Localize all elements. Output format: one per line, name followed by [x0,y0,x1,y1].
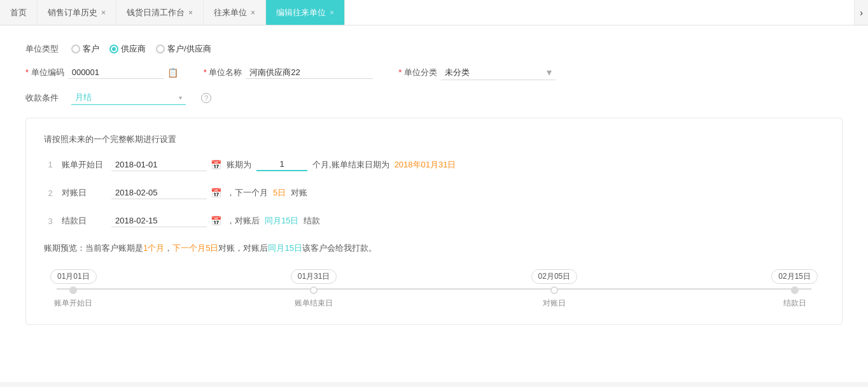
row-2-end-text: 对账 [291,187,307,199]
timeline-dot-wrapper-3: 02月15日 [771,269,818,294]
section-title: 请按照未来的一个完整帐期进行设置 [44,134,824,145]
radio-group-unit-type: 客户 供应商 客户/供应商 [71,43,211,55]
tab-home-label: 首页 [10,7,27,18]
tab-nav-arrow[interactable]: › [854,0,868,25]
row-3-calendar-icon[interactable]: 📅 [211,216,221,226]
row-2-label: 对账日 [62,187,106,199]
row-1-period-input[interactable] [256,158,307,171]
row-1-mid-text: 账期为 [227,159,251,171]
row-3-number: 3 [44,216,57,226]
unit-code-field: 单位编码 📋 [25,66,178,79]
setting-row-3: 3 结款日 📅 ，对账后 同月15日 结款 [44,215,824,227]
row-2-date-field: 📅 [111,186,221,199]
timeline-dot-0 [69,286,77,294]
unit-category-chevron: ▾ [547,66,552,78]
radio-customer-label: 客户 [83,43,99,55]
timeline-point-1: 01月31日 账单结束日 [291,269,337,309]
row-1-date-field: 📅 [111,158,221,171]
tab-cash-label: 钱货日清工作台 [127,7,185,18]
unit-category-value: 未分类 [445,67,542,78]
timeline-sub-0: 账单开始日 [54,298,92,309]
row-1-calendar-icon[interactable]: 📅 [211,160,221,170]
payment-condition-value: 月结 [75,92,176,103]
row-3-mid-text: ，对账后 [227,215,260,227]
radio-customer[interactable]: 客户 [71,43,99,55]
unit-type-row: 单位类型 客户 供应商 客户/供应商 [25,43,843,55]
row-1-number: 1 [44,160,57,169]
timeline: 01月01日 账单开始日 01月31日 账单结束日 [44,269,824,309]
tab-edit-counterpart[interactable]: 编辑往来单位 × [266,0,345,25]
radio-both-label: 客户/供应商 [167,43,211,55]
timeline-sub-1: 账单结束日 [295,298,333,309]
radio-both[interactable]: 客户/供应商 [156,43,211,55]
row-2-calendar-icon[interactable]: 📅 [211,188,221,198]
timeline-dot-2 [550,286,558,294]
row-1-period-end-date: 2018年01月31日 [395,159,456,171]
timeline-point-3: 02月15日 结款日 [771,269,818,309]
preview-sep2: 对账，对账后 [218,243,268,253]
tab-sales-history[interactable]: 销售订单历史 × [38,0,116,25]
tab-bar: 首页 销售订单历史 × 钱货日清工作台 × 往来单位 × 编辑往来单位 × › [0,0,868,25]
timeline-sub-2: 对账日 [543,298,566,309]
unit-name-field: 单位名称 [204,66,374,79]
section-box: 请按照未来的一个完整帐期进行设置 1 账单开始日 📅 账期为 个月,账单结束日期… [25,118,843,325]
setting-row-2: 2 对账日 📅 ，下一个月 5日 对账 [44,186,824,199]
tab-counterpart-close[interactable]: × [251,8,255,17]
preview-suffix: 该客户会给我打款。 [302,243,377,253]
timeline-label-1: 01月31日 [291,269,337,284]
row-1-date-input[interactable] [111,158,207,171]
payment-condition-row: 收款条件 月结 ▾ ? [25,90,843,105]
unit-type-label: 单位类型 [25,43,59,55]
row-2-highlight: 5日 [273,187,286,199]
preview-part1: 1个月 [143,243,164,253]
timeline-points: 01月01日 账单开始日 01月31日 账单结束日 [50,269,818,309]
unit-name-input[interactable] [246,66,373,79]
tab-counterpart[interactable]: 往来单位 × [204,0,266,25]
timeline-sub-3: 结款日 [783,298,806,309]
tab-edit-label: 编辑往来单位 [276,7,326,18]
row-3-date-input[interactable] [111,215,207,227]
preview-part2: 下一个月5日 [172,243,218,253]
tab-home[interactable]: 首页 [0,0,38,25]
row-3-end-text: 结款 [304,215,320,227]
setting-row-1: 1 账单开始日 📅 账期为 个月,账单结束日期为 2018年01月31日 [44,158,824,171]
row-2-mid-text: ，下一个月 [227,187,268,199]
row-1-period-unit: 个月,账单结束日期为 [312,159,389,171]
tab-edit-close[interactable]: × [330,8,334,17]
timeline-dot-wrapper-0: 01月01日 [50,269,97,294]
row-3-date-field: 📅 [111,215,221,227]
timeline-dot-1 [310,286,318,294]
preview-sep1: ， [164,243,172,253]
radio-supplier-label: 供应商 [121,43,146,55]
radio-supplier-circle [109,45,118,53]
timeline-dot-3 [791,286,799,294]
timeline-label-2: 02月05日 [531,269,578,284]
row-3-highlight: 同月15日 [265,215,298,227]
payment-condition-dropdown[interactable]: 月结 ▾ [71,90,186,105]
help-icon[interactable]: ? [201,93,211,103]
unit-category-label: 单位分类 [398,67,437,78]
tab-sales-close[interactable]: × [101,8,106,17]
radio-both-circle [156,45,165,53]
preview-prefix: 账期预览：当前客户账期是 [44,243,143,253]
timeline-point-2: 02月05日 对账日 [531,269,578,309]
radio-customer-circle [71,45,80,53]
timeline-point-0: 01月01日 账单开始日 [50,269,97,309]
unit-code-icon[interactable]: 📋 [167,67,178,78]
unit-category-dropdown[interactable]: 未分类 ▾ [441,65,556,80]
tab-cash-work[interactable]: 钱货日清工作台 × [116,0,204,25]
payment-condition-chevron: ▾ [179,94,182,101]
timeline-dot-wrapper-1: 01月31日 [291,269,337,294]
preview-section: 账期预览：当前客户账期是1个月，下一个月5日对账，对账后同月15日该客户会给我打… [44,243,824,309]
tab-cash-close[interactable]: × [188,8,193,17]
row-2-date-input[interactable] [111,186,207,199]
unit-code-input[interactable] [68,66,164,79]
nav-arrow-icon: › [860,8,863,18]
radio-supplier[interactable]: 供应商 [109,43,146,55]
row-1-label: 账单开始日 [62,159,106,171]
main-content: 单位类型 客户 供应商 客户/供应商 单位编码 📋 单位名称 [0,25,868,382]
row-3-label: 结款日 [62,215,106,227]
unit-code-label: 单位编码 [25,67,64,78]
tab-sales-label: 销售订单历史 [48,7,97,18]
unit-fields-row: 单位编码 📋 单位名称 单位分类 未分类 ▾ [25,65,843,80]
